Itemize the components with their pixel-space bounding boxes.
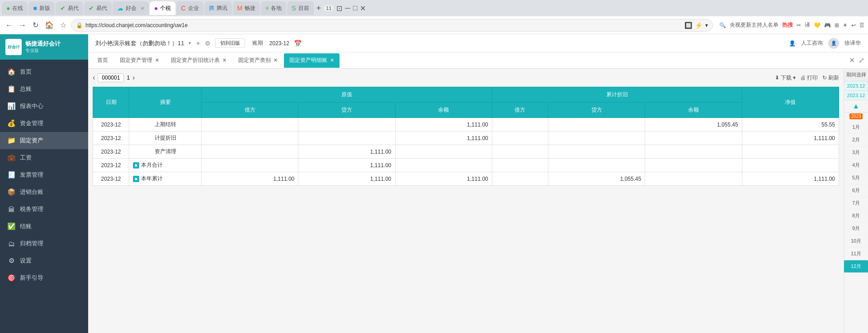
browser-tab-qy[interactable]: C 企业 [176, 1, 203, 15]
user-name[interactable]: 徐译华 [844, 39, 861, 47]
period-month-item[interactable]: 10月 [844, 235, 868, 248]
help-label[interactable]: 人工咨询 [801, 39, 823, 47]
tab-home[interactable]: 首页 [92, 53, 113, 68]
period-year-badge: 2023 [849, 113, 862, 119]
address-bar[interactable]: 🔒 https://cloud.chanjet.com/accounting/u… [71, 19, 713, 32]
sidebar-item-funds[interactable]: 💰 资金管理 [0, 115, 88, 132]
cell-net-value-4: 1,111.00 [742, 172, 839, 186]
browser-tab-new[interactable]: ■ 新版 [28, 1, 54, 15]
tab-fa-detail-ledger[interactable]: 固定资产明细账 ✕ [284, 53, 340, 68]
tab-close-hj[interactable]: ✕ [141, 6, 144, 11]
sidebar-item-invoice[interactable]: 🧾 发票管理 [0, 166, 88, 183]
tab-close-dep-stats[interactable]: ✕ [222, 57, 226, 63]
tab-close-fa-detail[interactable]: ✕ [330, 57, 334, 63]
minimize-btn[interactable]: ─ [345, 4, 350, 12]
menu-btn[interactable]: ☰ [859, 22, 864, 28]
sidebar-item-tax[interactable]: 🏛 税务管理 [0, 201, 88, 218]
period-selected-1[interactable]: 2023.12 [844, 81, 868, 91]
browser-tab-mq[interactable]: S 目前 [287, 1, 313, 15]
settings-btn[interactable]: ⚙ [205, 40, 211, 47]
prev-page-btn[interactable]: ‹ [93, 74, 95, 82]
company-dropdown[interactable]: ▾ [189, 40, 191, 46]
period-month-item[interactable]: 3月 [844, 146, 868, 159]
sidebar-item-settings[interactable]: ⚙ 设置 [0, 252, 88, 269]
tab-fixed-assets-mgmt[interactable]: 固定资产管理 ✕ [114, 53, 165, 68]
wallet-btn[interactable]: 💛 [814, 22, 821, 28]
hot-label[interactable]: 热搜 [782, 21, 793, 29]
dropdown-btn[interactable]: ▾ [705, 22, 708, 28]
translate-btn[interactable]: 译 [805, 21, 810, 29]
tab-close-fa-mgmt[interactable]: ✕ [155, 57, 159, 63]
browser-tab-gs[interactable]: ● 个税 [150, 1, 175, 15]
tab-win-expand[interactable]: ⤢ [859, 56, 864, 65]
tab-close-fa-cat[interactable]: ✕ [274, 57, 278, 63]
sidebar-item-home[interactable]: 🏠 首页 [0, 63, 88, 80]
grid-btn[interactable]: ⊞ [835, 22, 839, 28]
period-up-btn[interactable]: ▲ [844, 100, 868, 113]
period-month-item[interactable]: 12月 [844, 260, 868, 273]
tab-count-badge: 11 [324, 5, 334, 11]
table-row[interactable]: 2023-12 上期结转 1,111.00 1,055.45 55.55 [93, 118, 839, 131]
period-month-item[interactable]: 5月 [844, 172, 868, 184]
refresh-btn[interactable]: ↻ 刷新 [822, 74, 839, 82]
undo-btn[interactable]: ↩ [851, 22, 856, 28]
sidebar-item-payroll[interactable]: 💼 工资 [0, 149, 88, 166]
th-original-value: 原值 [202, 87, 492, 103]
sidebar-label-reports: 报表中心 [20, 102, 43, 110]
cell-date-1: 2023-12 [93, 131, 129, 145]
calendar-icon[interactable]: 📅 [294, 40, 302, 47]
table-row[interactable]: 2023-12 资产清理 1,111.00 [93, 145, 839, 159]
sidebar-item-archive[interactable]: 🗂 归档管理 [0, 235, 88, 252]
sidebar-item-guide[interactable]: 🎯 新手引导 [0, 269, 88, 286]
tab-fa-category[interactable]: 固定资产类别 ✕ [233, 53, 283, 68]
bookmark-btn[interactable]: ☆ [58, 20, 68, 30]
period-month-item[interactable]: 7月 [844, 197, 868, 210]
app-container: 好会计 畅捷通好会计 专业版 🏠 首页 📋 总账 📊 报表中心 💰 资金 [0, 34, 868, 333]
sidebar-item-fixed-assets[interactable]: 📁 固定资产 [0, 132, 88, 149]
home-btn[interactable]: 🏠 [43, 20, 56, 30]
add-company-btn[interactable]: + [196, 39, 200, 47]
page-code[interactable]: 000001 [98, 73, 124, 82]
browser-tab-hj[interactable]: ☁ 好会 ✕ [113, 1, 149, 15]
period-month-item[interactable]: 6月 [844, 184, 868, 197]
restore-btn[interactable]: ⊡ [336, 4, 342, 13]
sidebar-item-closing[interactable]: ✅ 结账 [0, 218, 88, 235]
sidebar-item-ledger[interactable]: 📋 总账 [0, 80, 88, 98]
period-month-item[interactable]: 11月 [844, 248, 868, 260]
game-btn[interactable]: 🎮 [824, 22, 831, 28]
next-page-btn[interactable]: › [132, 74, 135, 82]
print-btn[interactable]: 🖨 打印 [800, 74, 818, 82]
sidebar-item-reports[interactable]: 📊 报表中心 [0, 98, 88, 115]
period-month-item[interactable]: 2月 [844, 134, 868, 146]
new-tab-btn[interactable]: + [316, 4, 321, 13]
sun-btn[interactable]: ☀ [843, 22, 848, 28]
maximize-btn[interactable]: □ [353, 4, 358, 12]
table-row[interactable]: 2023-12 计提折旧 1,111.00 1,111.00 [93, 131, 839, 145]
tab-win-close[interactable]: ✕ [849, 56, 855, 65]
back-btn[interactable]: ← [4, 20, 14, 30]
browser-tab-online[interactable]: ● 在线 [2, 1, 28, 15]
reload-btn[interactable]: ↻ [31, 20, 40, 30]
switch-version-btn[interactable]: 切到旧版 [215, 38, 245, 48]
cell-orig-balance-4: 1,111.00 [395, 172, 492, 186]
period-month-item[interactable]: 9月 [844, 222, 868, 235]
close-window-btn[interactable]: ✕ [360, 4, 366, 13]
period-month-item[interactable]: 8月 [844, 210, 868, 222]
browser-tab-yd1[interactable]: ✔ 易代 [56, 1, 83, 15]
browser-tab-gd[interactable]: ≡ 各地 [261, 1, 286, 15]
sidebar-label-payroll: 工资 [20, 154, 32, 162]
period-month-item[interactable]: 4月 [844, 159, 868, 172]
browser-tab-yd2[interactable]: ✔ 易代 [84, 1, 112, 15]
tab-icon-new: ■ [33, 5, 37, 12]
browser-tab-tx[interactable]: 腾 腾讯 [204, 1, 232, 15]
browser-tab-cj[interactable]: M 畅捷 [233, 1, 260, 15]
tab-depreciation-stats[interactable]: 固定资产折旧统计表 ✕ [165, 53, 232, 68]
period-month-item[interactable]: 1月 [844, 121, 868, 134]
table-row[interactable]: 2023-12 ■本年累计 1,111.00 1,111.00 1,111.00… [93, 172, 839, 186]
table-row[interactable]: 2023-12 ■本月合计 1,111.00 [93, 159, 839, 172]
period-selected-2[interactable]: 2023.12 [844, 91, 868, 100]
download-btn[interactable]: ⬇ 下载 ▾ [775, 74, 796, 82]
scissors-btn[interactable]: ✂ [797, 22, 801, 28]
forward-btn[interactable]: → [17, 20, 28, 30]
sidebar-item-purchase-sales[interactable]: 📦 进销台账 [0, 183, 88, 201]
